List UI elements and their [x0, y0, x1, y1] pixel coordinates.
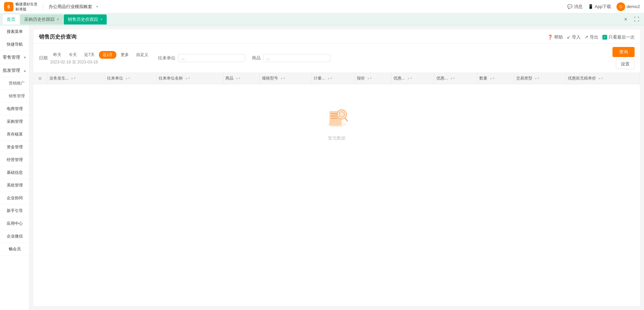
partner-filter-group: 往来单位 — [158, 54, 245, 62]
th-pre-tax-price[interactable]: 优惠前无税单价 ▲▼ — [566, 73, 640, 84]
sort-icon-discount2: ▲▼ — [450, 77, 455, 80]
sidebar-item-retail-mgmt[interactable]: 零售管理 ▼ — [0, 51, 29, 64]
top-title-dropdown-icon[interactable]: ▾ — [96, 5, 98, 8]
date-filter-group: 日期 昨天 今天 近7天 近1月 更多 自定义 2023-02-18 至 202… — [39, 51, 151, 65]
purchase-mgmt-label: 采购管理 — [7, 119, 23, 124]
sidebar-item-purchase-mgmt[interactable]: 采购管理 — [0, 115, 29, 128]
sort-icon-partner-name: ▲▼ — [185, 77, 191, 80]
th-unit[interactable]: 计量... ▲▼ — [312, 73, 355, 84]
sidebar-item-finance-mgmt[interactable]: 资金管理 — [0, 141, 29, 154]
import-btn[interactable]: ↙ 导入 — [567, 34, 581, 40]
empty-icon — [323, 104, 350, 131]
logo-icon: 6 — [4, 2, 13, 11]
top-bar-right: 💬 消息 📱 App下载 D demo2 — [567, 2, 640, 11]
sidebar-item-ecommerce-mgmt[interactable]: 电商管理 — [0, 103, 29, 115]
page-title: 销售历史价查询 — [39, 34, 76, 41]
sort-icon-partner-code: ▲▼ — [125, 77, 130, 80]
table-settings-icon[interactable]: ⚙ — [38, 76, 42, 81]
sidebar-item-enterprise-collab[interactable]: 企业协同 — [0, 192, 29, 205]
page-header: 销售历史价查询 ❓ 帮助 ↙ 导入 ↗ 导出 ✓ — [34, 30, 640, 44]
data-table: ⚙ 业务发生... ▲▼ 往来单位 ▲▼ 往来单位名称 — [34, 73, 640, 84]
window-maximize-btn[interactable]: ⛶ — [632, 16, 641, 23]
sort-icon-quantity: ▲▼ — [490, 77, 495, 80]
message-icon: 💬 — [567, 4, 573, 9]
tab-home[interactable]: 首页 — [3, 14, 19, 24]
table-header-row: ⚙ 业务发生... ▲▼ 往来单位 ▲▼ 往来单位名称 — [34, 73, 640, 84]
svg-line-6 — [345, 118, 347, 121]
date-btn-more[interactable]: 更多 — [118, 51, 132, 59]
app-download-btn[interactable]: 📱 App下载 — [588, 4, 611, 10]
sidebar-item-ops-mgmt[interactable]: 经营管理 — [0, 154, 29, 166]
sales-mgmt-label: 销售管理 — [9, 93, 25, 99]
goods-filter-label: 商品 — [252, 55, 261, 61]
sidebar-item-wholesale-mgmt[interactable]: 批发管理 ▲ — [0, 64, 29, 77]
th-quantity[interactable]: 数量 ▲▼ — [477, 73, 514, 84]
tab-sales-history-close-icon[interactable]: × — [100, 17, 103, 22]
inventory-label: 库存核算 — [7, 132, 23, 137]
sidebar-item-basic-info[interactable]: 基础信息 — [0, 166, 29, 179]
date-range-display: 2023-02-18 至 2023-03-18 — [50, 59, 151, 65]
message-btn[interactable]: 💬 消息 — [567, 4, 583, 10]
wholesale-mgmt-label: 批发管理 — [3, 67, 20, 73]
date-btn-1month[interactable]: 近1月 — [99, 51, 117, 59]
tab-bar-right: × ⛶ — [622, 16, 641, 23]
export-btn[interactable]: ↗ 导出 — [585, 34, 598, 40]
empty-state: 暂无数据 — [34, 84, 640, 161]
th-trade-type[interactable]: 交易类型 ▲▼ — [514, 73, 566, 84]
goods-filter-input[interactable] — [263, 54, 330, 62]
date-btn-yesterday[interactable]: 昨天 — [50, 51, 64, 59]
sidebar-item-member[interactable]: 畅会员 — [0, 243, 29, 256]
retail-mgmt-arrow-icon: ▼ — [23, 56, 26, 59]
sort-icon-unit: ▲▼ — [327, 77, 333, 80]
sidebar-item-search-menu[interactable]: 搜索菜单 — [0, 25, 29, 38]
th-biz-date[interactable]: 业务发生... ▲▼ — [47, 73, 105, 84]
partner-filter-label: 往来单位 — [158, 55, 175, 61]
sidebar-item-marketing[interactable]: 营销推广 — [0, 77, 29, 90]
sidebar-item-sys-settings[interactable]: 系统管理 — [0, 179, 29, 192]
th-discount1[interactable]: 优惠... ▲▼ — [391, 73, 434, 84]
window-close-btn[interactable]: × — [622, 16, 629, 23]
sidebar-item-sales-mgmt[interactable]: 销售管理 — [0, 90, 29, 103]
th-discount2[interactable]: 优惠... ▲▼ — [434, 73, 477, 84]
filter-right-btns: 查询 设置 — [612, 47, 635, 69]
date-filter-label: 日期 — [39, 55, 48, 61]
sort-icon-pre-tax-price: ▲▼ — [598, 77, 604, 80]
query-btn[interactable]: 查询 — [612, 47, 635, 57]
table-container: ⚙ 业务发生... ▲▼ 往来单位 ▲▼ 往来单位名称 — [34, 73, 640, 306]
partner-filter-input[interactable] — [178, 54, 245, 62]
tab-sales-history[interactable]: 销售历史价跟踪 × — [64, 14, 107, 24]
settings-btn[interactable]: 设置 — [616, 59, 635, 69]
th-goods[interactable]: 商品 ▲▼ — [223, 73, 260, 84]
date-btn-today[interactable]: 今天 — [66, 51, 80, 59]
ecommerce-mgmt-label: 电商管理 — [7, 106, 23, 112]
sidebar-item-inventory[interactable]: 库存核算 — [0, 128, 29, 141]
sidebar-item-quick-nav[interactable]: 快捷导航 — [0, 38, 29, 51]
date-btn-custom[interactable]: 自定义 — [133, 51, 151, 59]
th-partner-name[interactable]: 往来单位名称 ▲▼ — [157, 73, 223, 84]
user-avatar[interactable]: D demo2 — [616, 2, 640, 11]
ops-mgmt-label: 经营管理 — [7, 157, 23, 163]
tab-purchase-history[interactable]: 采购历史价跟踪 × — [20, 14, 63, 24]
sidebar-item-app-center[interactable]: 应用中心 — [0, 217, 29, 230]
sidebar-item-new-guide[interactable]: 新手引导 — [0, 205, 29, 217]
app-center-label: 应用中心 — [7, 221, 23, 226]
retail-mgmt-label: 零售管理 — [3, 54, 20, 60]
marketing-label: 营销推广 — [9, 81, 25, 86]
help-btn[interactable]: ❓ 帮助 — [547, 34, 563, 40]
tab-purchase-history-close-icon[interactable]: × — [57, 17, 59, 22]
th-settings: ⚙ — [34, 73, 47, 84]
tab-sales-history-label: 销售历史价跟踪 — [68, 16, 98, 22]
th-partner-code[interactable]: 往来单位 ▲▼ — [105, 73, 157, 84]
logo-text: 畅捷通好生意 标准版 — [15, 2, 38, 11]
new-guide-label: 新手引导 — [7, 208, 23, 214]
sort-icon-quote-price: ▲▼ — [367, 77, 372, 80]
th-quote-price[interactable]: 报价 ▲▼ — [355, 73, 391, 84]
logo-area: 6 畅捷通好生意 标准版 — [4, 2, 38, 11]
page-container: 销售历史价查询 ❓ 帮助 ↙ 导入 ↗ 导出 ✓ — [34, 30, 640, 306]
date-btn-7days[interactable]: 近7天 — [81, 51, 98, 59]
checkbox-checked-icon: ✓ — [602, 35, 607, 40]
only-last-checkbox[interactable]: ✓ 只看最后一次 — [602, 34, 635, 40]
th-spec[interactable]: 规格型号 ▲▼ — [260, 73, 312, 84]
sidebar-item-enterprise-wechat[interactable]: 企业微信 — [0, 230, 29, 243]
basic-info-label: 基础信息 — [7, 170, 23, 175]
